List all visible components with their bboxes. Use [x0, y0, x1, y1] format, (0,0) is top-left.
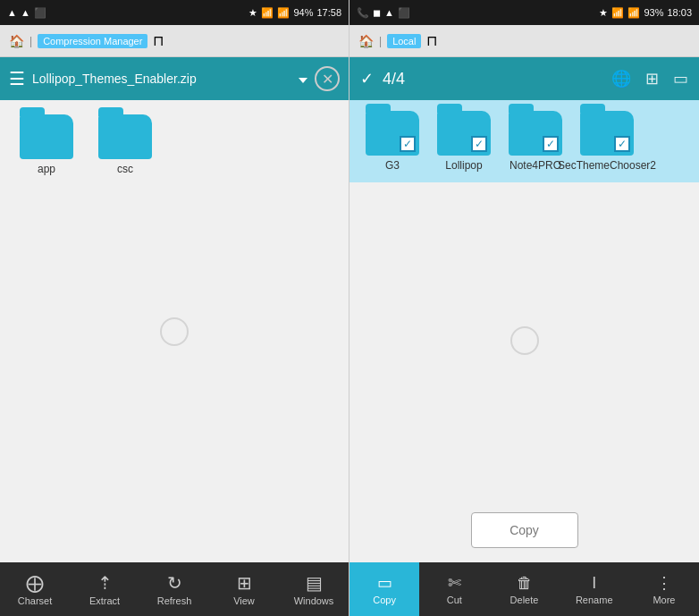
home-icon[interactable]: 🏠 [9, 34, 24, 48]
charset-label: Charset [18, 595, 53, 606]
copy-dest-label: Copy [510, 523, 539, 537]
extract-icon: ⇡ [97, 572, 113, 594]
status-left-icons: ▲ ▲ ⬛ [7, 7, 46, 19]
folder-g3[interactable]: ✓ G3 [360, 111, 425, 172]
photo-icon: ◼ [373, 7, 381, 19]
select-count: 4/4 [383, 70, 602, 89]
app-icon-box: ⬛ [34, 7, 46, 19]
selected-files-grid: ✓ G3 ✓ Lollipop ✓ Note4PRO ✓ SecThemeCho… [350, 100, 699, 182]
folder-label-sectheme: SecThemeChooser2 [558, 159, 656, 172]
check-all-icon[interactable]: ✓ [360, 69, 374, 89]
globe-icon[interactable]: 🌐 [611, 69, 631, 89]
extract-label: Extract [89, 595, 120, 606]
folder-label-lollipop: Lollipop [445, 159, 482, 172]
battery-level-r: 93% [644, 7, 663, 18]
copy-action-button[interactable]: ▭ Copy [350, 562, 419, 616]
title-bar-left: ☰ Lollipop_Themes_Enabler.zip ✕ [0, 57, 349, 100]
clock: 17:58 [316, 7, 341, 18]
refresh-label: Refresh [157, 595, 192, 606]
phone-icon: 📞 [357, 7, 369, 19]
rename-action-label: Rename [576, 595, 613, 605]
breadcrumb-label[interactable]: Compression Manager [38, 34, 147, 48]
status-right-left-icons: 📞 ◼ ▲ ⬛ [357, 7, 410, 19]
copy-action-icon: ▭ [377, 573, 392, 593]
cut-action-button[interactable]: ✄ Cut [419, 562, 489, 616]
select-all-icon[interactable]: ▭ [673, 69, 688, 89]
wifi-icon: 📶 [261, 7, 274, 19]
breadcrumb-copy-icon: ⊓ [153, 32, 164, 49]
folder-app[interactable]: app [14, 114, 79, 175]
signal-icon: 📶 [277, 7, 290, 19]
rename-action-button[interactable]: I Rename [560, 562, 629, 616]
bottom-toolbar-left: ⨁ Charset ⇡ Extract ↻ Refresh ⊞ View ▤ W… [0, 562, 349, 616]
check-overlay-note4pro: ✓ [543, 136, 559, 152]
check-overlay-lollipop: ✓ [471, 136, 487, 152]
breadcrumb-left: 🏠 | Compression Manager ⊓ [0, 25, 349, 57]
charset-button[interactable]: ⨁ Charset [13, 572, 57, 606]
folder-icon-note4pro: ✓ [509, 111, 562, 156]
home-icon-r[interactable]: 🏠 [358, 34, 374, 48]
breadcrumb-separator: | [29, 35, 32, 47]
folder-sectheme[interactable]: ✓ SecThemeChooser2 [575, 111, 639, 172]
breadcrumb-right: 🏠 | Local ⊓ [350, 25, 699, 57]
folder-csc[interactable]: csc [93, 114, 157, 175]
delete-action-icon: 🗑 [517, 574, 533, 593]
warning-icon: ▲ [7, 7, 17, 18]
grid-icon[interactable]: ⊞ [645, 69, 659, 89]
view-icon: ⊞ [237, 572, 252, 594]
folder-label-csc: csc [117, 163, 133, 175]
bluetooth-icon-r: ★ [599, 7, 608, 19]
folder-label-note4pro: Note4PRO [510, 159, 561, 172]
rename-action-icon: I [592, 574, 596, 593]
close-button[interactable]: ✕ [315, 66, 340, 91]
empty-area-right [350, 182, 699, 498]
file-grid-left: app csc [14, 114, 334, 175]
signal-icon-r: 📶 [627, 7, 640, 19]
center-circle-right [510, 326, 539, 355]
battery-level: 94% [293, 7, 313, 18]
status-bar-right: 📞 ◼ ▲ ⬛ ★ 📶 📶 93% 18:03 [350, 0, 699, 25]
check-overlay-sectheme: ✓ [614, 136, 630, 152]
close-icon: ✕ [322, 71, 333, 88]
folder-icon-app [20, 114, 73, 159]
warning-icon-r: ▲ [384, 7, 394, 18]
copy-destination-area: Copy [350, 498, 699, 562]
windows-button[interactable]: ▤ Windows [291, 572, 336, 606]
copy-destination-button[interactable]: Copy [471, 512, 578, 548]
folder-lollipop[interactable]: ✓ Lollipop [432, 111, 496, 172]
folder-icon-g3: ✓ [366, 111, 419, 156]
status-right-icons: ★ 📶 📶 94% 17:58 [248, 7, 341, 19]
more-action-label: More [653, 595, 675, 605]
folder-label-g3: G3 [385, 159, 400, 172]
right-toolbar-icons: 🌐 ⊞ ▭ [611, 69, 688, 89]
title-bar-right: ✓ 4/4 🌐 ⊞ ▭ [350, 57, 699, 100]
breadcrumb-copy-icon-r: ⊓ [426, 32, 437, 49]
folder-icon-sectheme: ✓ [580, 111, 634, 156]
breadcrumb-separator-r: | [379, 35, 382, 47]
bluetooth-icon: ★ [248, 7, 257, 19]
more-action-button[interactable]: ⋮ More [629, 562, 699, 616]
delete-action-label: Delete [510, 595, 539, 605]
folder-icon-csc [98, 114, 152, 159]
warning-icon-2: ▲ [21, 7, 30, 18]
copy-action-label: Copy [373, 595, 396, 605]
cut-action-icon: ✄ [448, 573, 461, 593]
refresh-button[interactable]: ↻ Refresh [152, 572, 197, 606]
folder-label-app: app [38, 163, 55, 175]
refresh-icon: ↻ [167, 572, 182, 594]
breadcrumb-label-r[interactable]: Local [387, 34, 421, 48]
status-right-right-icons: ★ 📶 📶 93% 18:03 [599, 7, 692, 19]
file-area-left: app csc [0, 100, 349, 562]
bottom-toolbar-right: ▭ Copy ✄ Cut 🗑 Delete I Rename ⋮ More [350, 562, 699, 616]
extract-button[interactable]: ⇡ Extract [82, 572, 127, 606]
view-label: View [233, 595, 255, 606]
hamburger-menu[interactable]: ☰ [9, 68, 25, 89]
windows-icon: ▤ [306, 572, 323, 594]
delete-action-button[interactable]: 🗑 Delete [489, 562, 559, 616]
wifi-icon-r: 📶 [611, 7, 624, 19]
windows-label: Windows [294, 595, 334, 606]
view-button[interactable]: ⊞ View [222, 572, 266, 606]
cut-action-label: Cut [447, 595, 462, 605]
dropdown-triangle [297, 71, 307, 87]
center-circle-left [160, 317, 189, 346]
